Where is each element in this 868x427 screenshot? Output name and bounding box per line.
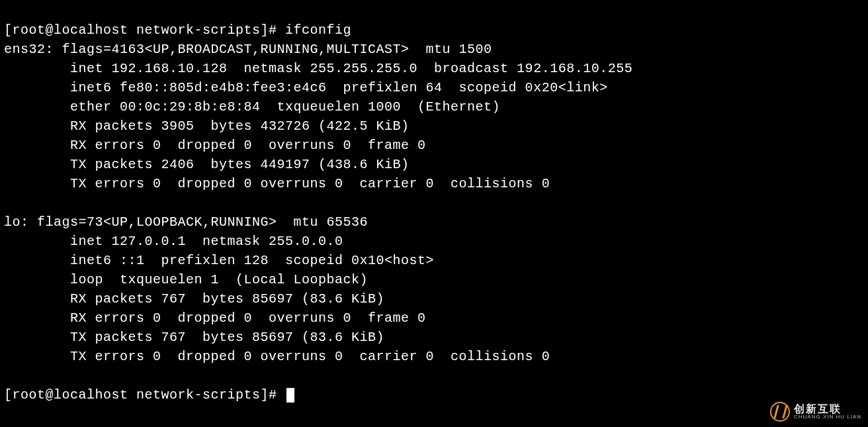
ifconfig-ens32-tx-packets: TX packets 2406 bytes 449197 (438.6 KiB) [4,157,410,172]
watermark-text: 创新互联 CHUANG XIN HU LIAN [794,404,861,420]
ifconfig-lo-rx-packets: RX packets 767 bytes 85697 (83.6 KiB) [4,291,384,307]
blank-line [4,368,13,383]
watermark-cn: 创新互联 [794,404,861,414]
prompt-line-1: [root@localhost network-scripts]# ifconf… [4,23,351,38]
terminal[interactable]: [root@localhost network-scripts]# ifconf… [0,0,868,406]
blank-line [4,195,13,211]
ifconfig-ens32-ether: ether 00:0c:29:8b:e8:84 txqueuelen 1000 … [4,99,500,115]
ifconfig-ens32-rx-errors: RX errors 0 dropped 0 overruns 0 frame 0 [4,138,426,153]
shell-prompt: [root@localhost network-scripts]# [4,23,285,38]
ifconfig-lo-inet: inet 127.0.0.1 netmask 255.0.0.0 [4,234,343,249]
watermark-en: CHUANG XIN HU LIAN [794,414,861,420]
ifconfig-ens32-inet6: inet6 fe80::805d:e4b8:fee3:e4c6 prefixle… [4,80,608,95]
ifconfig-ens32-rx-packets: RX packets 3905 bytes 432726 (422.5 KiB) [4,119,410,134]
watermark: 创新互联 CHUANG XIN HU LIAN [770,402,861,422]
ifconfig-lo-tx-errors: TX errors 0 dropped 0 overruns 0 carrier… [4,349,550,364]
ifconfig-lo-flags: lo: flags=73<UP,LOOPBACK,RUNNING> mtu 65… [4,214,368,230]
ifconfig-ens32-inet: inet 192.168.10.128 netmask 255.255.255.… [4,61,632,76]
shell-prompt: [root@localhost network-scripts]# [4,387,285,403]
command: ifconfig [285,23,351,38]
ifconfig-ens32-flags: ens32: flags=4163<UP,BROADCAST,RUNNING,M… [4,42,492,57]
watermark-logo-icon [770,402,790,422]
ifconfig-lo-rx-errors: RX errors 0 dropped 0 overruns 0 frame 0 [4,310,426,326]
ifconfig-lo-tx-packets: TX packets 767 bytes 85697 (83.6 KiB) [4,330,384,345]
ifconfig-ens32-tx-errors: TX errors 0 dropped 0 overruns 0 carrier… [4,176,550,191]
prompt-line-2: [root@localhost network-scripts]# [4,387,294,403]
ifconfig-lo-loop: loop txqueuelen 1 (Local Loopback) [4,272,368,287]
cursor-icon [286,388,294,403]
ifconfig-lo-inet6: inet6 ::1 prefixlen 128 scopeid 0x10<hos… [4,253,434,268]
